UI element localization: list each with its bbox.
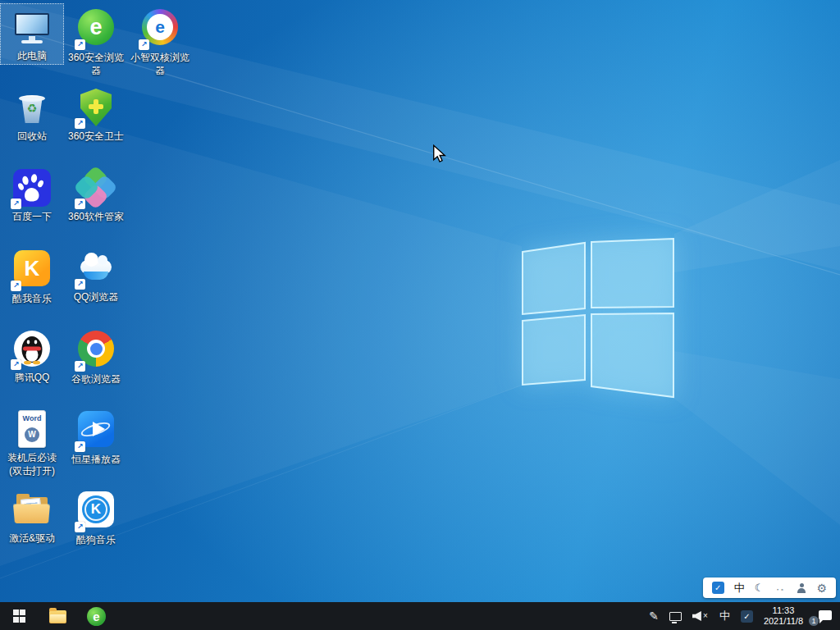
icon-label: 腾讯QQ [1,371,63,384]
shortcut-arrow-icon: ↗ [139,39,149,50]
ime-toolbar: ✓ 中 ☾ ，。 ⚙ [703,578,836,598]
windows-ink-pen-icon[interactable]: ✎ [649,609,659,623]
desktop-icon-readme-doc[interactable]: Word W 装机后必读(双击打开) [0,405,64,480]
taskbar: e ✎ × 中 ✓ 11:33 2021/11/8 1 [0,602,840,630]
recycle-bin-icon: ♻ [12,88,52,127]
shortcut-arrow-icon: ↗ [75,361,85,372]
clock-date: 2021/11/8 [764,616,803,627]
icon-label: 谷歌浏览器 [65,372,127,386]
desktop-icon-activate-drivers[interactable]: 激活&驱动 [0,486,64,547]
icon-label: 激活&驱动 [1,532,63,545]
security-tray-icon[interactable]: ✓ [741,610,753,623]
desktop-icon-star-player[interactable]: ↗ 恒星播放器 [64,405,128,468]
desktop-icon-360-safeguard[interactable]: ↗ 360安全卫士 [64,84,128,145]
e-glyph: e [89,15,102,40]
shortcut-arrow-icon: ↗ [75,279,85,290]
k-glyph: K [91,501,101,518]
notification-count-badge: 1 [808,615,819,627]
person-icon[interactable] [797,583,806,593]
shortcut-arrow-icon: ↗ [75,441,85,452]
desktop-icon-360-browser[interactable]: e ↗ 360安全浏览器 [64,3,128,80]
360-browser-icon: e [87,607,106,626]
ime-mode-toggle[interactable]: 中 [734,581,745,596]
network-icon[interactable] [669,612,682,621]
shortcut-arrow-icon: ↗ [75,199,85,209]
volume-muted-icon[interactable]: × [692,610,709,622]
notification-bubble-icon [819,610,832,620]
this-pc-icon [12,7,52,47]
clock-time: 11:33 [764,605,803,616]
kugou-music-icon: K ↗ [76,491,116,531]
play-icon [93,422,105,436]
qq-penguin-icon: ↗ [12,329,52,368]
punctuation-toggle-icon[interactable]: ，。 [774,582,787,593]
icon-label: 百度一下 [1,210,63,223]
system-tray: ✎ × 中 ✓ 11:33 2021/11/8 1 [649,602,840,630]
shortcut-arrow-icon: ↗ [75,522,85,532]
kuwo-music-icon: K ↗ [12,250,52,290]
shortcut-arrow-icon: ↗ [11,281,21,291]
icon-label: 回收站 [1,130,63,143]
mouse-cursor [432,144,446,163]
icon-label: 此电脑 [1,49,63,62]
icon-label: 装机后必读(双击打开) [1,451,63,477]
desktop-icon-qq-browser[interactable]: ↗ QQ浏览器 [64,244,128,306]
word-document-icon: Word W [12,409,52,449]
icon-label: 酷狗音乐 [65,533,127,546]
360-browser-icon: e ↗ [76,9,116,48]
desktop-icon-xiaozhi-browser[interactable]: e ↗ 小智双核浏览器 [128,3,192,80]
360-browser-taskbar-button[interactable]: e [77,602,116,630]
recycle-symbol-icon: ♻ [12,102,52,115]
360-software-manager-pinwheel-icon: ↗ [76,168,116,208]
windows-start-icon [13,609,26,623]
360-safeguard-shield-icon: ↗ [76,88,116,127]
icon-label: 360安全浏览器 [65,51,127,77]
desktop-icon-kugou-music[interactable]: K ↗ 酷狗音乐 [64,486,128,549]
desktop-icon-recycle-bin[interactable]: ♻ 回收站 [0,84,64,145]
e-glyph: e [147,14,173,40]
baidu-paw-icon: ↗ [12,168,52,208]
xiaozhi-browser-icon: e ↗ [140,9,180,48]
icon-label: QQ浏览器 [65,290,127,304]
star-player-icon: ↗ [76,411,116,450]
taskbar-clock[interactable]: 11:33 2021/11/8 [764,605,803,627]
folder-icon [12,490,52,529]
ime-logo-icon[interactable]: ✓ [712,582,724,594]
desktop-icon-chrome[interactable]: ↗ 谷歌浏览器 [64,325,128,388]
settings-gear-icon[interactable]: ⚙ [816,582,827,595]
qq-browser-cloud-icon: ↗ [76,249,116,288]
desktop-icon-360-software-manager[interactable]: ↗ 360软件管家 [64,164,128,226]
shortcut-arrow-icon: ↗ [11,199,21,209]
k-glyph: K [25,256,40,281]
taskbar-apps: e [0,602,116,630]
icon-label: 360软件管家 [65,210,127,223]
ime-language-indicator[interactable]: 中 [719,609,730,623]
icon-label: 小智双核浏览器 [129,51,191,77]
icon-label: 360安全卫士 [65,130,127,143]
icon-label: 恒星播放器 [65,453,127,466]
desktop-icon-baidu[interactable]: ↗ 百度一下 [0,164,64,226]
desktop-icon-kuwo-music[interactable]: K ↗ 酷我音乐 [0,244,64,308]
desktop-icon-tencent-qq[interactable]: ↗ 腾讯QQ [0,325,64,386]
folder-icon [49,610,66,623]
file-explorer-button[interactable] [39,602,77,630]
desktop-icon-this-pc[interactable]: 此电脑 [0,3,64,65]
chrome-icon: ↗ [76,331,116,370]
shortcut-arrow-icon: ↗ [75,118,85,129]
word-badge: Word [12,414,52,422]
shortcut-arrow-icon: ↗ [75,39,85,50]
action-center-button[interactable]: 1 [814,609,832,623]
shortcut-arrow-icon: ↗ [11,359,21,370]
full-half-width-moon-icon[interactable]: ☾ [755,582,765,594]
word-monogram: W [25,427,39,442]
start-button[interactable] [0,602,39,630]
icon-label: 酷我音乐 [1,292,63,305]
